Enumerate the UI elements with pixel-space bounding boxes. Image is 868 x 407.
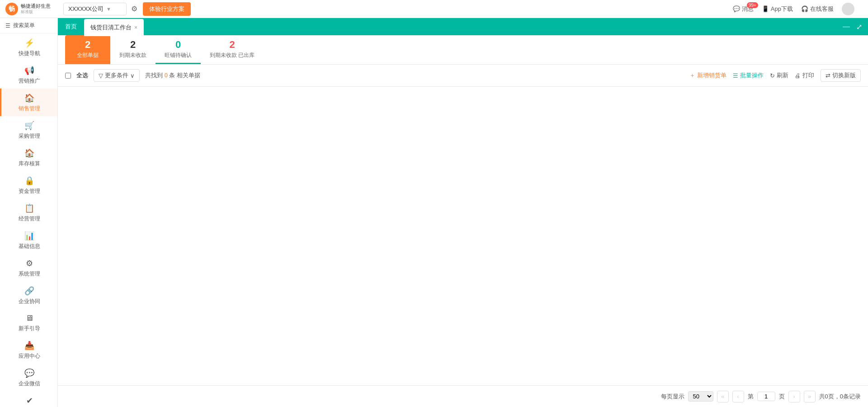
app-download-label: App下载 xyxy=(771,5,793,13)
stat-tab-shipped[interactable]: 2 到期未收款 已出库 xyxy=(201,35,264,64)
sidebar-item-label: 营销推广 xyxy=(19,77,40,85)
result-count: 共找到 0 条 相关单据 xyxy=(145,71,200,80)
sidebar-item-guide[interactable]: 🖥 新手引导 xyxy=(0,309,57,336)
settings-icon[interactable]: ⚙ xyxy=(131,5,137,13)
app-download-icon: 📱 xyxy=(762,5,769,12)
sidebar-item-quick-nav[interactable]: ⚡ 快捷导航 xyxy=(0,33,57,61)
stat-number-all: 2 xyxy=(85,40,90,50)
filter-icon: ▽ xyxy=(99,72,103,79)
system-icon: ⚙ xyxy=(26,258,33,268)
next-page-button[interactable]: › xyxy=(788,391,800,402)
tab-minimize-icon[interactable]: — xyxy=(841,21,852,32)
toolbar: 全选 ▽ 更多条件 ∨ 共找到 0 条 相关单据 ＋ 新增销货单 xyxy=(58,65,868,87)
refresh-button[interactable]: ↻ 刷新 xyxy=(770,71,788,80)
print-label: 打印 xyxy=(802,71,814,80)
first-page-button[interactable]: « xyxy=(717,391,729,402)
filter-chevron-icon: ∨ xyxy=(130,72,135,79)
online-service-button[interactable]: 🎧 在线客服 xyxy=(801,5,834,13)
marketing-icon: 📢 xyxy=(24,65,34,75)
table-area xyxy=(58,87,868,385)
filter-label: 更多条件 xyxy=(105,71,128,80)
layout: ☰ 搜索菜单 ⚡ 快捷导航 📢 营销推广 🏠 销售管理 🛒 采购管理 🏠 库存核… xyxy=(0,18,868,407)
message-badge: 99+ xyxy=(747,2,758,8)
page-area: 2 全部单据 2 到期未收款 0 旺铺待确认 2 到期未收款 已出库 xyxy=(58,35,868,407)
add-sales-order-button[interactable]: ＋ 新增销货单 xyxy=(689,71,726,80)
page-input[interactable] xyxy=(757,392,775,401)
wechat-icon: 💬 xyxy=(24,368,34,378)
switch-new-version-button[interactable]: ⇄ 切换新版 xyxy=(821,69,861,82)
prev-page-button[interactable]: ‹ xyxy=(732,391,744,402)
try-plan-button[interactable]: 体验行业方案 xyxy=(143,2,191,16)
sidebar-item-label: 企业协同 xyxy=(19,298,40,305)
tab-expand-icon[interactable]: ⤢ xyxy=(854,21,864,32)
sales-icon: 🏠 xyxy=(24,93,34,103)
quick-nav-icon: ⚡ xyxy=(24,38,34,48)
switch-icon: ⇄ xyxy=(826,72,830,79)
sidebar-item-inventory[interactable]: 🏠 库存核算 xyxy=(0,144,57,171)
sidebar-item-wechat[interactable]: 💬 企业微信 xyxy=(0,364,57,391)
per-page-select[interactable]: 50 100 200 xyxy=(688,391,713,402)
stat-tab-all[interactable]: 2 全部单据 xyxy=(65,35,110,64)
stat-label-pending: 旺铺待确认 xyxy=(165,51,192,59)
select-all-label: 全选 xyxy=(76,71,88,80)
stat-number-overdue: 2 xyxy=(130,40,136,50)
tab-label: 钱货日清工作台 xyxy=(90,23,132,32)
tab-close-button[interactable]: × xyxy=(134,24,137,31)
stat-label-shipped: 到期未收款 已出库 xyxy=(210,51,255,59)
tab-active[interactable]: 钱货日清工作台 × xyxy=(84,19,144,36)
add-icon: ＋ xyxy=(689,71,695,80)
main-content: 首页 钱货日清工作台 × — ⤢ 2 全部单据 2 xyxy=(58,18,868,407)
add-label: 新增销货单 xyxy=(697,71,726,80)
result-number: 0 xyxy=(165,72,168,79)
app-download-button[interactable]: 📱 App下载 xyxy=(762,5,793,13)
sidebar-item-member[interactable]: ✔ 畅会员 xyxy=(0,391,57,407)
tab-home[interactable]: 首页 xyxy=(58,18,84,35)
sidebar-item-enterprise[interactable]: 🔗 企业协同 xyxy=(0,281,57,309)
sidebar-item-label: 库存核算 xyxy=(19,160,40,168)
stat-label-overdue: 到期未收款 xyxy=(119,51,146,59)
toolbar-right: ＋ 新增销货单 ☰ 批量操作 ↻ 刷新 🖨 打印 xyxy=(689,69,861,82)
per-page-label: 每页显示 xyxy=(661,393,684,401)
filter-button[interactable]: ▽ 更多条件 ∨ xyxy=(94,69,140,82)
page-label: 第 xyxy=(748,393,754,401)
finance-icon: 🔒 xyxy=(24,176,34,186)
total-records: 共0页，0条记录 xyxy=(819,393,861,401)
online-service-label: 在线客服 xyxy=(810,5,834,13)
logo-area: 畅 畅捷通好生意 标准版 xyxy=(5,3,63,15)
message-icon: 💬 xyxy=(733,5,740,12)
operation-icon: 📋 xyxy=(24,203,34,213)
sidebar-item-marketing[interactable]: 📢 营销推广 xyxy=(0,61,57,89)
stat-tab-overdue[interactable]: 2 到期未收款 xyxy=(110,35,156,64)
company-selector[interactable]: XXXXXX公司 ▼ xyxy=(63,3,127,15)
batch-operation-button[interactable]: ☰ 批量操作 xyxy=(733,71,764,80)
avatar[interactable] xyxy=(842,3,854,15)
last-page-button[interactable]: » xyxy=(804,391,816,402)
stat-tab-pending[interactable]: 0 旺铺待确认 xyxy=(156,35,201,64)
sidebar-item-label: 企业微信 xyxy=(19,380,40,388)
basic-icon: 📊 xyxy=(24,231,34,241)
tab-bar: 首页 钱货日清工作台 × — ⤢ xyxy=(58,18,868,35)
message-button[interactable]: 💬 消息 99+ xyxy=(733,5,754,13)
guide-icon: 🖥 xyxy=(25,313,33,323)
search-menu-label: 搜索菜单 xyxy=(13,22,35,29)
company-name: XXXXXX公司 xyxy=(68,5,104,13)
sidebar-item-label: 快捷导航 xyxy=(19,50,40,57)
sidebar-item-operation[interactable]: 📋 经营管理 xyxy=(0,199,57,226)
company-dropdown-icon: ▼ xyxy=(106,6,111,12)
member-icon: ✔ xyxy=(26,396,33,406)
page-suffix: 页 xyxy=(779,393,785,401)
search-menu-item[interactable]: ☰ 搜索菜单 xyxy=(0,18,57,33)
sidebar-item-purchase[interactable]: 🛒 采购管理 xyxy=(0,116,57,144)
sidebar-item-system[interactable]: ⚙ 系统管理 xyxy=(0,254,57,281)
pagination: 每页显示 50 100 200 « ‹ 第 页 › » 共0页，0条记录 xyxy=(58,385,868,407)
stat-number-pending: 0 xyxy=(175,40,181,50)
sidebar-item-sales[interactable]: 🏠 销售管理 xyxy=(0,89,57,116)
sidebar-item-basic[interactable]: 📊 基础信息 xyxy=(0,226,57,254)
sidebar-item-label: 采购管理 xyxy=(19,132,40,140)
sidebar-item-appstore[interactable]: 📥 应用中心 xyxy=(0,336,57,364)
print-button[interactable]: 🖨 打印 xyxy=(795,71,814,80)
select-all-checkbox[interactable] xyxy=(65,73,71,79)
sidebar-item-finance[interactable]: 🔒 资金管理 xyxy=(0,171,57,199)
sidebar-item-label: 基础信息 xyxy=(19,243,40,250)
logo-badge: 标准版 xyxy=(21,9,51,15)
